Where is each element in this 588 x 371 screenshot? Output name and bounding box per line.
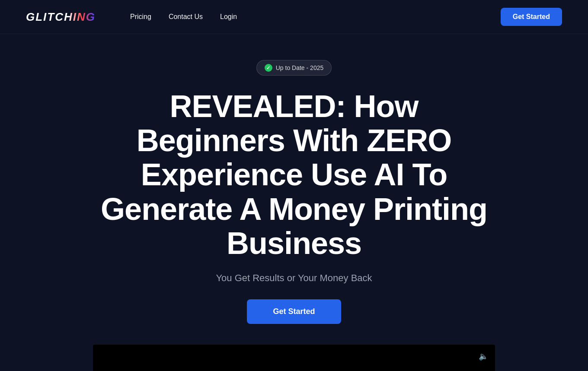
logo: GLITCHING bbox=[26, 10, 96, 24]
get-started-nav-button[interactable]: Get Started bbox=[501, 8, 562, 26]
navbar-left: GLITCHING Pricing Contact Us Login bbox=[26, 10, 237, 24]
volume-icon[interactable]: 🔈 bbox=[479, 352, 488, 361]
hero-subtitle: You Get Results or Your Money Back bbox=[216, 273, 372, 284]
navbar-right: Get Started bbox=[501, 8, 562, 26]
badge: Up to Date - 2025 bbox=[256, 60, 332, 76]
nav-link-contact[interactable]: Contact Us bbox=[169, 13, 203, 21]
get-started-hero-button[interactable]: Get Started bbox=[247, 299, 341, 324]
hero-title: REVEALED: How Beginners With ZERO Experi… bbox=[99, 89, 489, 260]
logo-text: GLITCHING bbox=[26, 10, 96, 23]
nav-link-pricing[interactable]: Pricing bbox=[130, 13, 151, 21]
navbar-nav: Pricing Contact Us Login bbox=[130, 13, 237, 21]
hero-section: Up to Date - 2025 REVEALED: How Beginner… bbox=[0, 34, 588, 371]
badge-text: Up to Date - 2025 bbox=[276, 64, 324, 71]
video-player[interactable]: 🔈 bbox=[93, 345, 495, 371]
badge-check-icon bbox=[265, 64, 272, 72]
navbar: GLITCHING Pricing Contact Us Login Get S… bbox=[0, 0, 588, 34]
hero-title-text: REVEALED: How Beginners With ZERO Experi… bbox=[101, 89, 487, 260]
nav-link-login[interactable]: Login bbox=[220, 13, 237, 21]
